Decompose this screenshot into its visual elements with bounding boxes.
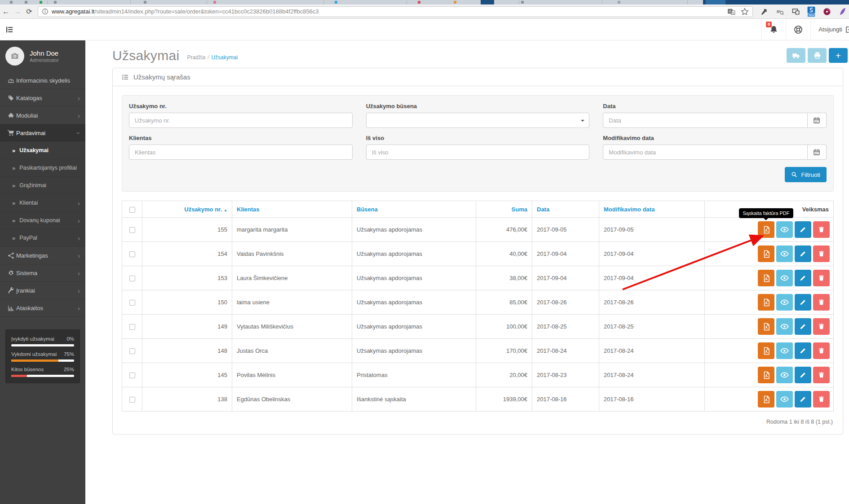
invoice-pdf-button[interactable]: [758, 294, 774, 311]
breadcrumb-current-link[interactable]: Užsakymai: [211, 54, 238, 61]
sidebar-subitem-dovanų-kuponai[interactable]: »Dovanų kuponai›: [0, 212, 85, 229]
date-added-cell: 2017-08-23: [532, 363, 599, 387]
view-order-button[interactable]: [776, 245, 793, 262]
invoice-pdf-button[interactable]: [758, 318, 774, 335]
invoice-pdf-button[interactable]: [758, 270, 774, 286]
eyedropper-icon[interactable]: [760, 7, 769, 17]
row-checkbox[interactable]: [129, 348, 135, 354]
column-header-customer[interactable]: Klientas: [232, 201, 352, 218]
sidebar-subitem-klientai[interactable]: »Klientai›: [0, 194, 85, 212]
view-order-button[interactable]: [776, 270, 793, 286]
date-added-cell: 2017-09-05: [532, 218, 599, 242]
address-bar[interactable]: www.agregatai.lt/siteadmin14/index.php?r…: [38, 6, 753, 17]
column-header-total[interactable]: Suma: [476, 201, 532, 218]
shipping-list-button[interactable]: [787, 48, 805, 63]
sidebar-item-informacinis-skydelis[interactable]: Informacinis skydelis: [0, 72, 85, 89]
feather-icon[interactable]: [838, 7, 847, 17]
edit-order-button[interactable]: [795, 367, 811, 383]
sidebar-toggle-icon[interactable]: [0, 19, 19, 40]
edit-order-button[interactable]: [795, 342, 811, 359]
invoice-pdf-button[interactable]: [758, 342, 774, 359]
edit-order-button[interactable]: [795, 270, 811, 286]
sidebar-item-įrankiai[interactable]: Įrankiai›: [0, 282, 85, 299]
date-modified-cell: 2017-08-25: [599, 315, 705, 339]
date-modified-calendar-button[interactable]: [808, 145, 827, 160]
sidebar-subitem-užsakymai[interactable]: »Užsakymai: [0, 142, 85, 159]
filter-button[interactable]: Filtruoti: [785, 167, 827, 182]
delete-order-button[interactable]: [813, 391, 830, 408]
cast-icon[interactable]: [791, 7, 800, 17]
select-all-checkbox[interactable]: [129, 207, 135, 213]
date-added-input[interactable]: [603, 113, 808, 128]
row-checkbox[interactable]: [129, 227, 135, 233]
bookmark-star-icon[interactable]: [741, 8, 749, 16]
breadcrumb-home[interactable]: Pradžia: [187, 54, 205, 61]
edit-order-button[interactable]: [795, 221, 811, 238]
delete-order-button[interactable]: [813, 318, 830, 335]
delete-order-button[interactable]: [813, 245, 830, 262]
order-number-input[interactable]: [129, 113, 353, 128]
back-button[interactable]: ←: [0, 8, 12, 16]
invoice-pdf-button[interactable]: [758, 245, 774, 262]
view-order-button[interactable]: [776, 318, 793, 335]
edit-order-button[interactable]: [795, 245, 811, 262]
date-added-calendar-button[interactable]: [808, 113, 827, 128]
refresh-button[interactable]: ⟳: [23, 7, 35, 16]
customer-input[interactable]: [129, 145, 353, 160]
sidebar-item-pardavimai[interactable]: Pardavimai›: [0, 124, 85, 142]
invoice-pdf-button[interactable]: [758, 391, 774, 408]
view-order-button[interactable]: [776, 391, 793, 408]
translate-icon[interactable]: Aa: [727, 8, 735, 16]
view-order-button[interactable]: [776, 367, 793, 383]
browser-tab[interactable]: [706, 0, 725, 4]
sidebar-item-sistema[interactable]: Sistema›: [0, 264, 85, 282]
ip-lookup-icon[interactable]: IP: [775, 7, 784, 17]
total-input[interactable]: [366, 145, 590, 160]
print-invoice-button[interactable]: [808, 48, 827, 63]
edit-order-button[interactable]: [795, 318, 811, 335]
sidebar-subitem-paypal[interactable]: »PayPal›: [0, 229, 85, 247]
sidebar-item-moduliai[interactable]: Moduliai›: [0, 107, 85, 124]
row-checkbox[interactable]: [129, 397, 135, 403]
delete-order-button[interactable]: [813, 221, 830, 238]
view-order-button[interactable]: [776, 342, 793, 359]
sidebar-subitem-grąžinimai[interactable]: »Grąžinimai: [0, 177, 85, 194]
delete-order-button[interactable]: [813, 342, 830, 359]
sidebar-item-ataskaitos[interactable]: Ataskaitos›: [0, 299, 85, 317]
notifications-button[interactable]: 0: [761, 19, 786, 40]
view-order-button[interactable]: [776, 221, 793, 238]
invoice-pdf-button[interactable]: [758, 367, 774, 383]
date-modified-input[interactable]: [603, 145, 808, 160]
sidebar-item-katalogas[interactable]: Katalogas›: [0, 89, 85, 107]
invoice-pdf-button[interactable]: [758, 221, 774, 238]
browser-tab[interactable]: [481, 0, 494, 4]
actions-cell: [705, 218, 834, 242]
logout-button[interactable]: Atsijungti: [810, 19, 849, 40]
row-checkbox[interactable]: [129, 251, 135, 257]
row-checkbox[interactable]: [129, 324, 135, 330]
row-checkbox[interactable]: [129, 276, 135, 281]
tab-favicon: [521, 1, 524, 4]
order-status-select[interactable]: [366, 113, 590, 128]
row-checkbox[interactable]: [129, 373, 135, 378]
view-order-button[interactable]: [776, 294, 793, 311]
edit-order-button[interactable]: [795, 294, 811, 311]
page-info-icon[interactable]: [42, 8, 49, 15]
column-header-date[interactable]: Data: [532, 201, 599, 218]
column-header-modified[interactable]: Modifikavimo data: [599, 201, 705, 218]
delete-order-button[interactable]: [813, 270, 830, 286]
sidebar-item-marketingas[interactable]: Marketingas›: [0, 247, 85, 264]
eye-icon: [780, 371, 789, 379]
delete-order-button[interactable]: [813, 294, 830, 311]
column-header-order-number[interactable]: Užsakymo nr.▲: [142, 201, 232, 218]
add-order-button[interactable]: +: [829, 48, 848, 63]
sidebar-subitem-pasikartojantys-profiliai[interactable]: »Pasikartojantys profiliai: [0, 159, 85, 177]
s-new-extension-icon[interactable]: New: [807, 7, 816, 17]
help-button[interactable]: [786, 19, 810, 40]
forward-button[interactable]: →: [12, 8, 23, 16]
delete-order-button[interactable]: [813, 367, 830, 383]
colorzilla-icon[interactable]: [822, 7, 831, 17]
edit-order-button[interactable]: [795, 391, 811, 408]
row-checkbox[interactable]: [129, 300, 135, 306]
column-header-status[interactable]: Būsena: [352, 201, 476, 218]
